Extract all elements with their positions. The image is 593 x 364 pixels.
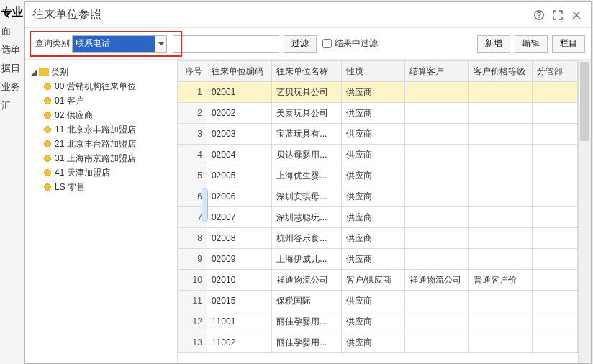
- col-type[interactable]: 性质: [342, 61, 405, 82]
- col-settle[interactable]: 结算客户: [405, 61, 468, 82]
- cell-code: 02002: [207, 103, 271, 124]
- cell-settle: [405, 124, 468, 145]
- tree-item-21[interactable]: 21 北京丰台路加盟店: [44, 137, 177, 151]
- cell-settle: [405, 207, 468, 228]
- cell-idx: 10: [178, 270, 207, 291]
- search-type-label: 查询类别: [35, 37, 70, 50]
- cell-mgr: [532, 124, 577, 145]
- table-row[interactable]: 1311002丽佳孕婴用...供应商: [178, 332, 578, 353]
- collapse-icon[interactable]: ◢: [30, 68, 38, 77]
- tree-item-31[interactable]: 31 上海南京路加盟店: [44, 151, 177, 165]
- scrollbar-thumb[interactable]: [580, 62, 589, 141]
- cell-price: [468, 165, 532, 186]
- cell-idx: 4: [178, 145, 207, 165]
- cell-code: 02004: [207, 145, 271, 165]
- table-row[interactable]: 702007深圳慧聪玩...供应商: [178, 207, 578, 228]
- cell-price: [468, 332, 532, 353]
- tree-item-41[interactable]: 41 天津加盟店: [44, 165, 177, 180]
- vertical-scrollbar[interactable]: [578, 60, 591, 363]
- filter-in-result-input[interactable]: [322, 39, 332, 48]
- cell-code: 11001: [207, 311, 271, 332]
- cell-name: 美泰玩具公司: [272, 103, 342, 124]
- tree-item-LS[interactable]: LS 零售: [44, 180, 177, 194]
- table-row[interactable]: 902009上海伊威儿...供应商: [178, 249, 578, 270]
- bullet-icon: [44, 83, 51, 90]
- cell-mgr: [532, 228, 577, 249]
- cell-idx: 1: [178, 82, 207, 103]
- cell-idx: 2: [178, 103, 207, 124]
- table-row[interactable]: 602006深圳安琪母...供应商: [178, 186, 578, 207]
- cell-price: [468, 103, 532, 124]
- cell-settle: [405, 145, 468, 165]
- cell-code: 02015: [207, 291, 271, 311]
- new-button[interactable]: 新增: [477, 35, 510, 53]
- cell-settle: [405, 82, 468, 103]
- tree-item-label: LS 零售: [55, 181, 85, 194]
- filter-input[interactable]: [173, 35, 279, 53]
- tree-item-11[interactable]: 11 北京永丰路加盟店: [44, 122, 177, 137]
- cell-price: [468, 145, 532, 165]
- table-row[interactable]: 402004贝达母婴用...供应商: [178, 145, 578, 165]
- tree-item-00[interactable]: 00 营销机构往来单位: [44, 79, 177, 94]
- cell-settle: 祥通物流公司: [405, 270, 468, 291]
- cell-type: 供应商: [342, 103, 405, 124]
- cell-type: 供应商: [342, 207, 405, 228]
- cell-type: 供应商: [342, 291, 405, 311]
- cell-code: 02010: [207, 270, 271, 291]
- tree-item-label: 31 上海南京路加盟店: [55, 153, 136, 165]
- bullet-icon: [44, 140, 51, 147]
- cell-price: [468, 186, 532, 207]
- filter-in-result-label: 结果中过滤: [335, 37, 378, 50]
- cell-mgr: [532, 82, 577, 103]
- col-index[interactable]: 序号: [178, 61, 207, 82]
- search-type-combo[interactable]: [72, 35, 167, 53]
- table-row[interactable]: 302003宝蓝玩具有...供应商: [178, 124, 578, 145]
- table-row[interactable]: 802008杭州谷乐食...供应商: [178, 228, 578, 249]
- bg-item: 据日: [1, 59, 25, 78]
- col-mgr[interactable]: 分管部: [532, 61, 577, 82]
- cell-mgr: [532, 311, 577, 332]
- cell-name: 丽佳孕婴用...: [272, 332, 342, 353]
- cell-name: 上海优生婴...: [272, 165, 342, 186]
- close-icon[interactable]: [569, 8, 584, 22]
- table-row[interactable]: 102001艺贝玩具公司供应商: [178, 82, 578, 103]
- help-icon[interactable]: [532, 8, 546, 22]
- tree-root-label: 类别: [51, 66, 68, 78]
- svg-point-1: [538, 17, 539, 18]
- table-row[interactable]: 502005上海优生婴...供应商: [178, 165, 578, 186]
- filter-button[interactable]: 过滤: [284, 35, 317, 53]
- cell-idx: 5: [178, 165, 207, 186]
- tree-root[interactable]: ◢ 类别: [28, 65, 177, 79]
- search-type-input[interactable]: [73, 36, 166, 52]
- cell-name: 深圳慧聪玩...: [272, 207, 342, 228]
- table-row[interactable]: 1211001丽佳孕婴用...供应商: [178, 311, 578, 332]
- reference-dialog: 往来单位参照 查询类别 过滤 结果中过滤 新增 编辑 栏目 ◢ 类别: [24, 1, 592, 364]
- tree-item-02[interactable]: 02 供应商: [44, 108, 177, 122]
- cell-type: 供应商: [342, 332, 405, 353]
- cell-idx: 13: [178, 332, 207, 353]
- col-name[interactable]: 往来单位名称: [272, 61, 342, 82]
- cell-name: 贝达母婴用...: [272, 145, 342, 165]
- cell-mgr: [532, 291, 577, 311]
- bullet-icon: [44, 169, 51, 176]
- edit-button[interactable]: 编辑: [515, 35, 548, 53]
- panel-splitter-handle[interactable]: [202, 188, 208, 222]
- columns-button[interactable]: 栏目: [552, 35, 585, 53]
- col-price[interactable]: 客户价格等级: [468, 61, 532, 82]
- table-row[interactable]: 1102015保税国际供应商: [178, 291, 578, 311]
- bullet-icon: [44, 183, 51, 191]
- cell-mgr: [532, 207, 577, 228]
- cell-type: 供应商: [342, 311, 405, 332]
- cell-type: 供应商: [342, 124, 405, 145]
- maximize-icon[interactable]: [551, 8, 565, 22]
- chevron-down-icon[interactable]: [155, 36, 166, 52]
- table-row[interactable]: 1002010祥通物流公司客户/供应商祥通物流公司普通客户价: [178, 270, 578, 291]
- cell-settle: [405, 291, 468, 311]
- table-row[interactable]: 202002美泰玩具公司供应商: [178, 103, 578, 124]
- col-code[interactable]: 往来单位编码: [207, 61, 271, 82]
- filter-in-result-checkbox[interactable]: 结果中过滤: [322, 37, 378, 50]
- cell-type: 客户/供应商: [342, 270, 405, 291]
- bg-item: 业务: [1, 78, 25, 96]
- tree-item-01[interactable]: 01 客户: [44, 94, 177, 108]
- cell-mgr: [532, 332, 577, 353]
